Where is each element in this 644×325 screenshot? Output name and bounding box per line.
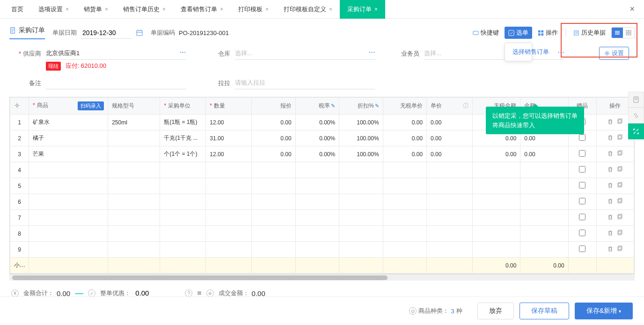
question-icon[interactable]: ? [185,289,192,297]
gift-checkbox[interactable] [579,166,585,173]
gift-checkbox[interactable] [579,214,585,220]
cell-notax-price[interactable] [383,242,426,258]
cell-discount[interactable]: 100.00% [339,130,383,146]
cell-qty[interactable]: 12.00 [206,115,252,130]
more-icon[interactable]: ··· [180,49,186,56]
cell-uprice[interactable] [427,178,473,194]
more-icon[interactable]: ··· [369,49,375,56]
copy-icon[interactable] [616,214,623,221]
cell-uprice[interactable]: 0.00 [427,146,473,162]
scan-badge[interactable]: 扫码录入 [78,101,104,110]
warehouse-input[interactable] [235,47,375,60]
cell-amount[interactable]: 0.00 [520,146,568,162]
lala-input[interactable] [235,76,375,89]
cell-amount[interactable] [520,194,568,210]
view-list-button[interactable] [612,28,623,38]
delete-icon[interactable] [607,182,614,189]
table-row[interactable]: 4 [10,162,634,178]
copy-icon[interactable] [616,246,623,253]
close-all-icon[interactable]: × [624,4,640,14]
cell-notax-amt[interactable] [472,226,520,242]
delete-icon[interactable] [607,230,614,237]
cell-unit[interactable]: 个(1个 = 1个) [160,146,206,162]
cell-quote[interactable]: 0.00 [252,146,295,162]
cell-spec[interactable] [108,178,160,194]
cell-uprice[interactable] [427,226,473,242]
close-icon[interactable]: × [162,6,166,13]
cell-unit[interactable] [160,178,206,194]
cell-gift[interactable] [568,146,596,162]
cell-unit[interactable]: 瓶(1瓶 = 1瓶) [160,115,206,130]
cell-product[interactable]: 橘子 [29,130,108,146]
th-product[interactable]: *商品扫码录入 [29,98,108,115]
cell-gift[interactable] [568,162,596,178]
table-row[interactable]: 5 [10,178,634,194]
cell-amount[interactable] [520,162,568,178]
cell-tax[interactable]: 0.00% [295,115,339,130]
shortcut-button[interactable]: 快捷键 [469,27,503,39]
table-row[interactable]: 7 [10,210,634,226]
gift-checkbox[interactable] [579,246,585,252]
copy-icon[interactable] [616,182,623,189]
discard-button[interactable]: 放弃 [477,303,514,306]
gift-checkbox[interactable] [579,150,585,157]
cell-gift[interactable] [568,242,596,258]
scroll-thumb[interactable] [12,275,388,280]
cell-notax-amt[interactable] [472,162,520,178]
cell-qty[interactable]: 31.00 [206,130,252,146]
cell-amount[interactable] [520,210,568,226]
cell-unit[interactable] [160,162,206,178]
close-icon[interactable]: × [329,6,332,13]
delete-icon[interactable] [607,198,614,205]
cell-spec[interactable] [108,146,160,162]
gift-checkbox[interactable] [579,198,585,204]
cell-notax-price[interactable]: 0.00 [383,146,426,162]
copy-icon[interactable] [616,230,623,237]
cell-quote[interactable] [252,226,295,242]
cell-uprice[interactable] [427,210,473,226]
cell-discount[interactable]: 100.00% [339,115,383,130]
select-button[interactable]: 选单 选择销售订单 [505,27,532,39]
cell-qty[interactable]: 12.00 [206,146,252,162]
cell-uprice[interactable] [427,194,473,210]
cell-product[interactable] [29,210,108,226]
settings-button[interactable]: 设置 [599,47,629,60]
cell-product[interactable] [29,226,108,242]
cell-spec[interactable] [108,194,160,210]
tab-sales-history[interactable]: 销售订单历史× [116,0,173,19]
cell-notax-price[interactable] [383,194,426,210]
cell-unit[interactable] [160,194,206,210]
cell-discount[interactable]: 100.00% [339,146,383,162]
delete-icon[interactable] [607,246,614,253]
view-grid-button[interactable] [623,28,634,38]
table-row[interactable]: 3芒果个(1个 = 1个)12.000.000.00%100.00%0.000.… [10,146,634,162]
cell-quote[interactable] [252,242,295,258]
history-button[interactable]: 历史单据 [570,27,609,39]
cell-qty[interactable] [206,242,252,258]
delete-icon[interactable] [607,134,614,142]
cell-unit[interactable] [160,210,206,226]
rail-link-button[interactable] [628,108,644,123]
cell-discount[interactable] [339,162,383,178]
remark-input[interactable] [46,76,186,89]
cell-spec[interactable] [108,130,160,146]
doc-title-tab[interactable]: 采购订单 [9,26,45,39]
tab-print-custom[interactable]: 打印模板自定义× [276,0,340,19]
cell-tax[interactable]: 0.00% [295,146,339,162]
cell-product[interactable]: 矿泉水 [29,115,108,130]
tab-sales[interactable]: 销货单× [76,0,116,19]
rail-expand-button[interactable] [628,123,644,139]
cell-tax[interactable] [295,242,339,258]
cell-tax[interactable] [295,162,339,178]
cell-notax-amt[interactable] [472,194,520,210]
cell-quote[interactable]: 0.00 [252,115,295,130]
cell-qty[interactable] [206,226,252,242]
cell-gift[interactable] [568,178,596,194]
cell-unit[interactable] [160,226,206,242]
operate-button[interactable]: 操作 [534,27,562,39]
copy-icon[interactable] [616,150,623,158]
gift-checkbox[interactable] [579,230,585,236]
close-icon[interactable]: × [220,6,223,13]
table-row[interactable]: 8 [10,226,634,242]
rail-note-button[interactable] [628,92,644,108]
